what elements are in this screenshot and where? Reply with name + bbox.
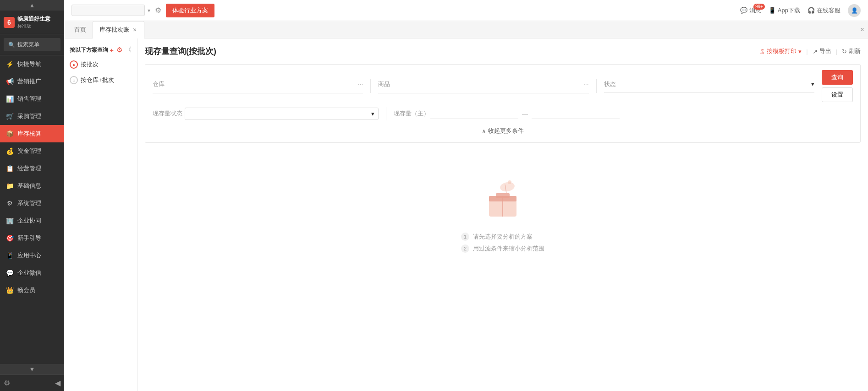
svg-rect-3 (496, 193, 510, 198)
messages-button[interactable]: 💬 消息 99+ (740, 6, 761, 15)
filter-settings-button[interactable]: 设置 (822, 87, 853, 102)
trial-button[interactable]: 体验行业方案 (166, 4, 214, 17)
page-title-bar: 现存量查询(按批次) 🖨 按模板打印 ▾ | ↗ 导出 | ↻ (145, 46, 861, 57)
inventory-status-dropdown-icon: ▾ (371, 110, 374, 117)
filter-area: 仓库 ··· 商品 ··· 状态 (145, 64, 861, 143)
headset-icon: 🎧 (808, 7, 815, 14)
tab-home[interactable]: 首页 (68, 21, 93, 38)
left-panel-header: 按以下方案查询 + ⚙ 《 (64, 43, 137, 57)
filter-row-2: 现存量状态 ▾ 现存量（主） — (153, 107, 853, 120)
avatar-icon: 👤 (851, 7, 858, 14)
tab-close-button[interactable]: × (132, 27, 137, 33)
sidebar-item-member[interactable]: 👑 畅会员 (0, 282, 64, 299)
tab-inventory-batch[interactable]: 库存批次账 × (93, 21, 144, 38)
sidebar-item-finance[interactable]: 💰 资金管理 (0, 142, 64, 160)
purchase-icon: 🛒 (5, 112, 14, 120)
sales-icon: 📊 (5, 95, 14, 103)
qty-min-input[interactable] (430, 108, 518, 119)
refresh-button[interactable]: ↻ 刷新 (842, 47, 861, 55)
search-menu-button[interactable]: 🔍 搜索菜单 (4, 38, 60, 51)
sidebar-header: 6 畅康通好生意 标准版 (0, 11, 64, 34)
goods-more-button[interactable]: ··· (583, 81, 589, 88)
sidebar-search-area[interactable]: 🔍 搜索菜单 (0, 34, 64, 55)
filter-row-1: 仓库 ··· 商品 ··· 状态 (153, 70, 853, 102)
right-content: 现存量查询(按批次) 🖨 按模板打印 ▾ | ↗ 导出 | ↻ (137, 38, 868, 391)
page-actions: 🖨 按模板打印 ▾ | ↗ 导出 | ↻ 刷新 (759, 47, 861, 55)
warehouse-filter: 仓库 ··· (153, 79, 363, 93)
sidebar-item-quick-nav[interactable]: ⚡ 快捷导航 (0, 55, 64, 73)
status-label: 状态 (604, 80, 618, 88)
topbar-left: ▾ ⚙ 体验行业方案 (71, 4, 214, 17)
sidebar-item-purchase[interactable]: 🛒 采购管理 (0, 108, 64, 125)
app-download-button[interactable]: 📱 App下载 (769, 6, 800, 15)
export-button[interactable]: ↗ 导出 (813, 47, 831, 55)
separator-2 (596, 79, 597, 93)
system-icon: ⚙ (5, 199, 14, 207)
left-panel: 按以下方案查询 + ⚙ 《 ● 按批次 ○ 按仓库+批次 (64, 38, 137, 391)
sidebar-scroll-up[interactable]: ▲ (0, 0, 64, 11)
plan-item-warehouse-batch[interactable]: ○ 按仓库+批次 (64, 72, 137, 88)
sidebar-item-basics[interactable]: 📁 基础信息 (0, 177, 64, 195)
app-name: 畅康通好生意 (17, 15, 50, 23)
operation-icon: 📋 (5, 164, 14, 173)
sidebar-logo: 6 畅康通好生意 标准版 (4, 15, 60, 29)
print-button[interactable]: 🖨 按模板打印 ▾ (759, 47, 802, 55)
goods-label: 商品 (378, 80, 392, 88)
collapse-filter-button[interactable]: ∧ 收起更多条件 (482, 127, 524, 135)
status-dropdown[interactable]: ▾ (618, 81, 814, 87)
left-panel-actions: + ⚙ 《 (110, 46, 132, 54)
status-filter: 状态 ▾ (604, 80, 814, 92)
sidebar-settings-button[interactable]: ⚙ (4, 379, 10, 387)
panel-collapse-button[interactable]: 《 (125, 46, 132, 54)
range-dash: — (522, 110, 528, 117)
plan-item-batch[interactable]: ● 按批次 (64, 57, 137, 72)
sidebar-item-marketing[interactable]: 📢 营销推广 (0, 73, 64, 90)
topbar-dropdown-button[interactable]: ▾ (148, 7, 150, 14)
marketing-icon: 📢 (5, 77, 14, 86)
tabs-bar: 首页 库存批次账 × × (64, 21, 868, 38)
quick-nav-icon: ⚡ (5, 60, 14, 68)
warehouse-input[interactable] (166, 79, 358, 89)
sidebar-item-guide[interactable]: 🎯 新手引导 (0, 229, 64, 247)
phone-icon: 📱 (769, 7, 776, 14)
inventory-qty-range: — (430, 108, 620, 119)
empty-tip-2: 2 用过滤条件来缩小分析范围 (461, 244, 544, 253)
user-avatar[interactable]: 👤 (848, 4, 861, 17)
warehouse-more-button[interactable]: ··· (358, 81, 363, 88)
guide-icon: 🎯 (5, 234, 14, 242)
topbar-settings-button[interactable]: ⚙ (155, 6, 161, 15)
enterprise-wechat-icon: 💬 (5, 269, 14, 277)
logo-icon: 6 (4, 17, 15, 28)
online-service-button[interactable]: 🎧 在线客服 (808, 6, 841, 15)
goods-input[interactable] (392, 79, 583, 89)
sidebar-item-app-center[interactable]: 📱 应用中心 (0, 247, 64, 264)
sidebar-item-operation[interactable]: 📋 经营管理 (0, 160, 64, 177)
refresh-icon: ↻ (842, 48, 847, 55)
sidebar-item-sales[interactable]: 📊 销售管理 (0, 90, 64, 108)
sidebar-item-enterprise-wechat[interactable]: 💬 企业微信 (0, 264, 64, 282)
tip-num-2: 2 (461, 244, 469, 253)
topbar-search-input[interactable] (71, 5, 145, 16)
sidebar-item-inventory[interactable]: 📦 库存核算 (0, 125, 64, 142)
qty-max-input[interactable] (532, 108, 620, 119)
action-divider-1: | (806, 48, 808, 55)
sidebar-scroll-down[interactable]: ▼ (0, 364, 64, 375)
inventory-status-label: 现存量状态 (153, 109, 185, 118)
query-button[interactable]: 查询 (822, 70, 853, 85)
add-plan-button[interactable]: + (110, 46, 114, 54)
app-version: 标准版 (17, 23, 50, 29)
sidebar-item-enterprise[interactable]: 🏢 企业协同 (0, 212, 64, 229)
inventory-qty-label: 现存量（主） (394, 109, 430, 118)
empty-illustration (480, 178, 526, 223)
filter-buttons: 查询 设置 (822, 70, 853, 102)
inventory-status-dropdown[interactable]: ▾ (185, 108, 379, 120)
sidebar-item-system[interactable]: ⚙ 系统管理 (0, 195, 64, 212)
sidebar-collapse-button[interactable]: ◀ (55, 379, 60, 387)
plan-settings-button[interactable]: ⚙ (116, 46, 122, 54)
plan-warehouse-icon: ○ (70, 76, 78, 84)
print-icon: 🖨 (759, 48, 765, 55)
page-title: 现存量查询(按批次) (145, 46, 216, 57)
sidebar: ▲ 6 畅康通好生意 标准版 🔍 搜索菜单 ⚡ 快捷导航 📢 营销推广 📊 销售… (0, 0, 64, 391)
tabs-panel-close-button[interactable]: × (860, 26, 864, 34)
warehouse-label: 仓库 (153, 80, 166, 88)
